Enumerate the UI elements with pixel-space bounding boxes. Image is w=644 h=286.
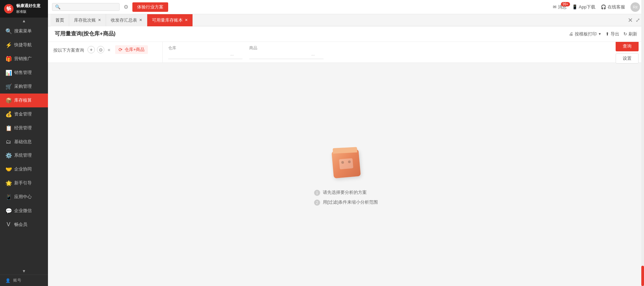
sidebar-item-label: 企业微信 <box>14 208 32 214</box>
search-icon: 🔍 <box>55 4 60 9</box>
search-input[interactable] <box>62 5 109 9</box>
sidebar-item-sales[interactable]: 📊 销售管理 <box>0 66 48 80</box>
print-dropdown-icon[interactable]: ▼ <box>598 32 601 36</box>
money-icon: 💰 <box>5 111 11 118</box>
sidebar-item-marketing[interactable]: 🎁 营销推广 <box>0 52 48 66</box>
topbar-search-box: 🔍 <box>52 3 120 11</box>
goods-more-icon[interactable]: ··· <box>311 53 315 57</box>
inventory-icon: 📦 <box>5 97 11 104</box>
scheme-label: 仓库+商品 <box>125 47 145 53</box>
sidebar-item-search[interactable]: 🔍 搜索菜单 <box>0 24 48 38</box>
sidebar-item-label: 库存核算 <box>14 97 32 103</box>
tip-num-1: 1 <box>314 190 320 196</box>
tab-close-batch-ledger[interactable]: ✕ <box>98 18 101 22</box>
sidebar: 畅 畅康通好生意 标准版 ▲ 🔍 搜索菜单 ⚡ 快捷导航 🎁 营销推广 📊 销售… <box>0 0 48 286</box>
expand-tab-icon[interactable]: ⤢ <box>636 17 640 23</box>
download-icon: 📱 <box>572 4 577 9</box>
sidebar-item-shortcut[interactable]: ⚡ 快捷导航 <box>0 38 48 52</box>
warehouse-input-box: ··· <box>168 52 242 59</box>
scheme-list: ⟳ 仓库+商品 <box>115 45 148 54</box>
warehouse-field-group: 仓库 ··· <box>168 45 242 59</box>
empty-box-graphic <box>331 149 361 178</box>
empty-tip-1: 1 请先选择要分析的方案 <box>314 189 378 196</box>
refresh-icon: ↻ <box>623 31 627 36</box>
goods-field-group: 商品 ··· <box>249 45 324 59</box>
goods-input[interactable] <box>249 52 310 57</box>
filter-right: 仓库 ··· 商品 ··· <box>163 42 644 62</box>
sidebar-item-basic[interactable]: 🗂 基础信息 <box>0 135 48 149</box>
industry-btn[interactable]: 体验行业方案 <box>132 2 168 12</box>
export-btn[interactable]: ⬆ 导出 <box>606 31 619 37</box>
goods-label: 商品 <box>249 45 324 51</box>
message-badge: 99+ <box>561 2 570 6</box>
sidebar-item-purchase[interactable]: 🛒 采购管理 <box>0 80 48 94</box>
message-btn[interactable]: ✉ 消息 99+ <box>553 4 567 10</box>
sidebar-scroll-up[interactable]: ▲ <box>0 18 48 24</box>
settings-gear-icon[interactable]: ⚙ <box>122 2 130 11</box>
export-icon: ⬆ <box>606 31 609 36</box>
tab-available-ledger[interactable]: 可用量库存账本 ✕ <box>147 14 193 26</box>
user-icon: 👤 <box>5 278 10 283</box>
filter-left: 按以下方案查询 + ⊙ « ⟳ 仓库+商品 <box>48 42 163 62</box>
app-title: 畅康通好生意 标准版 <box>16 3 41 14</box>
tab-home[interactable]: 首页 <box>51 14 69 26</box>
tab-close-collect-ledger[interactable]: ✕ <box>139 18 142 22</box>
warehouse-label: 仓库 <box>168 45 242 51</box>
online-service-btn[interactable]: 🎧 在线客服 <box>601 4 625 10</box>
right-scrollbar[interactable] <box>641 0 644 286</box>
sidebar-footer[interactable]: 👤 账号 <box>0 275 48 286</box>
tip-text-2: 用[过滤]条件来缩小分析范围 <box>323 199 378 205</box>
tab-batch-ledger[interactable]: 库存批次账 ✕ <box>69 14 106 26</box>
sidebar-item-finance[interactable]: 💰 资金管理 <box>0 107 48 121</box>
page-header: 可用量查询(按仓库+商品) 🖨 按模板打印 ▼ ⬆ 导出 ↻ 刷新 <box>48 26 644 42</box>
sidebar-item-system[interactable]: ⚙️ 系统管理 <box>0 149 48 162</box>
cart-icon: 🛒 <box>5 83 11 90</box>
filter-label: 按以下方案查询 <box>53 45 84 53</box>
sidebar-item-label: 企业协同 <box>14 166 32 172</box>
app-download-btn[interactable]: 📱 App下载 <box>572 4 595 10</box>
sidebar-scroll-down[interactable]: ▼ <box>0 268 48 275</box>
lightning-icon: ⚡ <box>5 42 11 48</box>
chart-icon: 📊 <box>5 70 11 76</box>
sidebar-item-member[interactable]: V 畅会员 <box>0 218 48 231</box>
filter-add-btn[interactable]: + <box>87 46 95 53</box>
topbar-right: ✉ 消息 99+ 📱 App下载 🎧 在线客服 Rit <box>553 2 640 12</box>
scheme-item-warehouse-goods[interactable]: ⟳ 仓库+商品 <box>115 45 148 54</box>
page-actions: 🖨 按模板打印 ▼ ⬆ 导出 ↻ 刷新 <box>569 31 637 37</box>
sidebar-item-label: 资金管理 <box>14 111 32 117</box>
sidebar-item-enterprise[interactable]: 🤝 企业协同 <box>0 162 48 176</box>
empty-illustration <box>326 144 366 184</box>
tab-collect-ledger[interactable]: 收发存汇总表 ✕ <box>106 14 147 26</box>
sidebar-item-label: 系统管理 <box>14 152 32 158</box>
sidebar-item-label: 经营管理 <box>14 125 32 131</box>
sidebar-item-inventory[interactable]: 📦 库存核算 <box>0 94 48 107</box>
sidebar-item-label: 畅会员 <box>14 222 27 228</box>
close-all-tabs-icon[interactable]: ✕ <box>628 17 633 24</box>
query-btn[interactable]: 查询 <box>616 42 639 51</box>
refresh-btn[interactable]: ↻ 刷新 <box>623 31 637 37</box>
page-title: 可用量查询(按仓库+商品) <box>55 30 115 37</box>
filter-setting-btn[interactable]: ⊙ <box>97 46 104 53</box>
sidebar-item-label: 采购管理 <box>14 83 32 89</box>
gift-icon: 🎁 <box>5 56 11 62</box>
main-area: 🔍 ⚙ 体验行业方案 ✉ 消息 99+ 📱 App下载 🎧 在线客服 Rit <box>48 0 644 286</box>
warehouse-input[interactable] <box>168 52 229 57</box>
sidebar-nav: 🔍 搜索菜单 ⚡ 快捷导航 🎁 营销推广 📊 销售管理 🛒 采购管理 📦 库存核… <box>0 24 48 268</box>
tab-close-available-ledger[interactable]: ✕ <box>185 18 188 22</box>
sidebar-item-newguide[interactable]: 🌟 新手引导 <box>0 176 48 190</box>
sidebar-item-operation[interactable]: 📋 经营管理 <box>0 121 48 135</box>
sidebar-item-label: 营销推广 <box>14 56 32 62</box>
template-print-btn[interactable]: 🖨 按模板打印 ▼ <box>569 31 601 37</box>
service-icon: 🎧 <box>601 4 606 9</box>
sidebar-item-appcenter[interactable]: 📱 应用中心 <box>0 190 48 204</box>
filter-row: 按以下方案查询 + ⊙ « ⟳ 仓库+商品 仓库 <box>48 42 644 63</box>
goods-input-box: ··· <box>249 52 324 59</box>
sidebar-item-wechat[interactable]: 💬 企业微信 <box>0 204 48 218</box>
sidebar-item-label: 应用中心 <box>14 194 32 200</box>
action-buttons: 查询 设置 <box>616 42 644 62</box>
filter-collapse-btn[interactable]: « <box>106 46 112 53</box>
sidebar-item-label: 快捷导航 <box>14 42 32 48</box>
setting-btn[interactable]: 设置 <box>616 53 639 63</box>
warehouse-more-icon[interactable]: ··· <box>230 53 234 57</box>
avatar[interactable]: Rit <box>630 2 640 12</box>
